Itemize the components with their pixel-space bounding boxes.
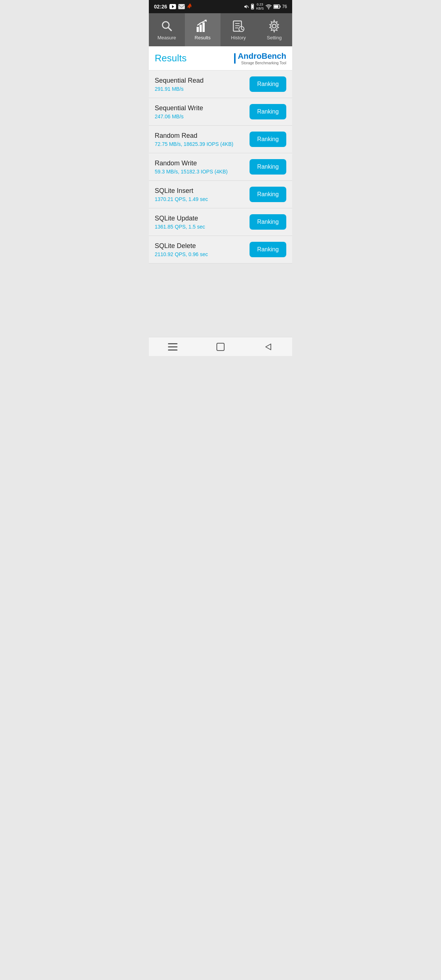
result-item-sequential-read: Sequential Read 291.91 MB/s Ranking xyxy=(149,70,292,98)
ranking-button-sqlite-insert[interactable]: Ranking xyxy=(250,187,286,202)
home-square-icon xyxy=(217,343,224,351)
svg-point-6 xyxy=(268,8,269,10)
result-item-random-write: Random Write 59.3 MB/s, 15182.3 IOPS (4K… xyxy=(149,153,292,181)
result-name-sequential-read: Sequential Read xyxy=(155,77,250,84)
ranking-button-random-read[interactable]: Ranking xyxy=(250,132,286,147)
result-name-sqlite-insert: SQLite Insert xyxy=(155,187,250,195)
svg-line-3 xyxy=(247,5,248,8)
tab-results[interactable]: Results xyxy=(185,13,221,46)
result-item-random-read: Random Read 72.75 MB/s, 18625.39 IOPS (4… xyxy=(149,126,292,153)
bottom-nav xyxy=(149,337,292,356)
result-name-sqlite-delete: SQLite Delete xyxy=(155,242,250,250)
brand-andro: Andro xyxy=(238,51,262,60)
result-value-sqlite-update: 1361.85 QPS, 1.5 sec xyxy=(155,224,250,230)
svg-rect-5 xyxy=(252,5,253,8)
nav-tabs: Measure Results History xyxy=(149,13,292,46)
result-value-sqlite-insert: 1370.21 QPS, 1.49 sec xyxy=(155,196,250,202)
status-time: 02:26 xyxy=(154,4,167,10)
vibrate-icon xyxy=(250,4,255,10)
results-icon xyxy=(196,19,209,33)
battery-level: 76 xyxy=(282,4,287,9)
tab-setting[interactable]: Setting xyxy=(256,13,293,46)
result-info-sqlite-delete: SQLite Delete 2110.92 QPS, 0.96 sec xyxy=(155,242,250,257)
svg-rect-23 xyxy=(168,350,177,350)
brand-bench: Bench xyxy=(262,51,286,60)
result-item-sequential-write: Sequential Write 247.06 MB/s Ranking xyxy=(149,98,292,126)
svg-rect-12 xyxy=(197,27,199,32)
svg-rect-24 xyxy=(217,343,224,350)
result-value-sqlite-delete: 2110.92 QPS, 0.96 sec xyxy=(155,251,250,257)
measure-icon xyxy=(160,19,174,33)
tab-history[interactable]: History xyxy=(221,13,256,46)
brand-name: AndroBench xyxy=(238,51,286,61)
status-left: 02:26 xyxy=(154,3,193,10)
back-triangle-icon xyxy=(264,343,272,351)
setting-icon xyxy=(267,19,281,33)
svg-marker-25 xyxy=(266,344,271,350)
page-title: Results xyxy=(155,52,187,64)
svg-rect-14 xyxy=(202,22,205,32)
result-info-sequential-write: Sequential Write 247.06 MB/s xyxy=(155,104,250,119)
nav-home-button[interactable] xyxy=(211,339,230,354)
svg-rect-8 xyxy=(280,6,280,8)
svg-rect-9 xyxy=(274,5,278,8)
fire-icon xyxy=(187,3,193,10)
brand-bar xyxy=(234,53,236,64)
result-info-sqlite-insert: SQLite Insert 1370.21 QPS, 1.49 sec xyxy=(155,187,250,202)
result-name-sqlite-update: SQLite Update xyxy=(155,215,250,222)
result-info-random-read: Random Read 72.75 MB/s, 18625.39 IOPS (4… xyxy=(155,132,250,147)
hamburger-icon xyxy=(168,343,177,350)
empty-area xyxy=(149,264,292,337)
youtube-icon xyxy=(169,4,176,9)
ranking-button-sequential-read[interactable]: Ranking xyxy=(250,76,286,92)
brand-wrapper: AndroBench Storage Benchmarking Tool xyxy=(234,51,286,65)
nav-back-button[interactable] xyxy=(259,339,277,354)
ranking-button-random-write[interactable]: Ranking xyxy=(250,159,286,175)
mute-icon xyxy=(244,4,249,9)
page-header: Results AndroBench Storage Benchmarking … xyxy=(149,46,292,70)
result-info-sequential-read: Sequential Read 291.91 MB/s xyxy=(155,77,250,92)
result-value-random-write: 59.3 MB/s, 15182.3 IOPS (4KB) xyxy=(155,169,250,175)
tab-history-label: History xyxy=(231,35,246,40)
result-item-sqlite-update: SQLite Update 1361.85 QPS, 1.5 sec Ranki… xyxy=(149,208,292,236)
svg-line-11 xyxy=(168,27,171,30)
ranking-button-sequential-write[interactable]: Ranking xyxy=(250,104,286,119)
result-value-sequential-write: 247.06 MB/s xyxy=(155,113,250,119)
result-name-random-read: Random Read xyxy=(155,132,250,140)
battery-icon xyxy=(274,5,281,9)
brand-logo: AndroBench Storage Benchmarking Tool xyxy=(238,51,286,65)
result-name-sequential-write: Sequential Write xyxy=(155,104,250,112)
tab-measure-label: Measure xyxy=(157,35,176,40)
tab-results-label: Results xyxy=(195,35,210,40)
result-item-sqlite-insert: SQLite Insert 1370.21 QPS, 1.49 sec Rank… xyxy=(149,181,292,208)
result-name-random-write: Random Write xyxy=(155,159,250,167)
result-value-sequential-read: 291.91 MB/s xyxy=(155,86,250,92)
result-item-sqlite-delete: SQLite Delete 2110.92 QPS, 0.96 sec Rank… xyxy=(149,236,292,264)
svg-rect-21 xyxy=(168,343,177,344)
svg-rect-13 xyxy=(199,25,202,32)
result-info-sqlite-update: SQLite Update 1361.85 QPS, 1.5 sec xyxy=(155,215,250,230)
brand-tagline: Storage Benchmarking Tool xyxy=(241,61,286,65)
status-bar: 02:26 0.23 KB/S xyxy=(149,0,292,13)
ranking-button-sqlite-delete[interactable]: Ranking xyxy=(250,242,286,257)
gmail-icon xyxy=(178,4,185,9)
network-speed: 0.23 KB/S xyxy=(256,3,264,11)
history-icon xyxy=(232,19,245,33)
nav-menu-button[interactable] xyxy=(164,339,182,354)
svg-rect-22 xyxy=(168,346,177,347)
status-right: 0.23 KB/S 76 xyxy=(244,3,287,11)
tab-measure[interactable]: Measure xyxy=(149,13,185,46)
wifi-icon xyxy=(265,4,272,9)
tab-setting-label: Setting xyxy=(267,35,282,40)
result-info-random-write: Random Write 59.3 MB/s, 15182.3 IOPS (4K… xyxy=(155,159,250,175)
svg-rect-2 xyxy=(178,4,185,9)
results-list: Sequential Read 291.91 MB/s Ranking Sequ… xyxy=(149,70,292,264)
result-value-random-read: 72.75 MB/s, 18625.39 IOPS (4KB) xyxy=(155,141,250,147)
ranking-button-sqlite-update[interactable]: Ranking xyxy=(250,214,286,230)
svg-point-20 xyxy=(272,24,276,28)
